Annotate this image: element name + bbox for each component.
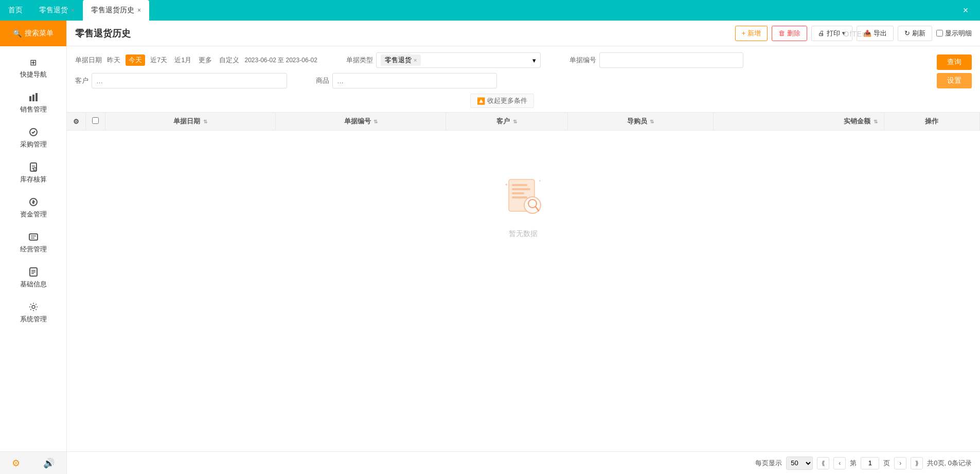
customer-label: 客户 [75, 76, 88, 85]
goods-input[interactable] [332, 73, 497, 88]
select-all-checkbox[interactable] [92, 117, 99, 124]
sidebar: 🔍 搜索菜单 ⊞ 快捷导航 销售管理 采购管理 [0, 21, 67, 474]
date-opt-custom[interactable]: 自定义 [217, 54, 241, 66]
svg-rect-7 [29, 234, 38, 240]
show-detail-checkbox-label[interactable]: 显示明细 [936, 29, 972, 38]
date-opt-more[interactable]: 更多 [197, 54, 214, 66]
doc-type-dropdown-icon: ▾ [532, 57, 536, 64]
first-page-button[interactable]: ⟪ [817, 457, 829, 469]
svg-point-9 [32, 305, 35, 308]
settings-button[interactable]: 设置 [937, 73, 972, 88]
svg-point-5 [33, 168, 37, 171]
export-icon: 📤 [863, 29, 871, 37]
refresh-button[interactable]: ↻ 刷新 [898, 26, 932, 41]
customer-input[interactable] [92, 73, 287, 88]
sidebar-item-sales-mgmt[interactable]: 销售管理 [0, 85, 66, 120]
col-doc-date[interactable]: 单据日期 ⇅ [105, 113, 276, 131]
tab-list: 首页 零售退货 × 零售退货历史 × [0, 0, 955, 21]
col-customer[interactable]: 客户 ⇅ [446, 113, 567, 131]
next-page-button[interactable]: › [894, 457, 906, 469]
collapse-row: 🔼 收起更多条件 [75, 94, 929, 108]
tab-retail-return-close[interactable]: × [71, 7, 75, 14]
filter-row-1: 单据日期 昨天 今天 近7天 近1月 更多 自定义 2023-06-02 至 2… [75, 52, 929, 68]
sales-icon [28, 92, 39, 103]
search-icon: 🔍 [13, 29, 22, 38]
volume-icon[interactable]: 🔊 [43, 458, 55, 469]
page-number-input[interactable] [861, 457, 879, 469]
date-opt-yesterday[interactable]: 昨天 [105, 54, 122, 66]
svg-rect-13 [512, 192, 524, 194]
table-footer: 每页显示 50 10 20 100 ⟪ ‹ 第 页 › ⟫ 共0页, 0条记录 [67, 451, 980, 474]
table-check-col[interactable] [86, 113, 105, 131]
date-opt-last7[interactable]: 近7天 [148, 54, 169, 66]
tab-retail-return[interactable]: 零售退货 × [31, 0, 83, 21]
sidebar-item-base-info[interactable]: 基础信息 [0, 260, 66, 295]
total-records-label: 共0页, 0条记录 [927, 459, 972, 468]
sidebar-item-quick-nav[interactable]: ⊞ 快捷导航 [0, 50, 66, 85]
show-detail-checkbox[interactable] [936, 30, 943, 37]
print-button[interactable]: 🖨 打印 ▾ [811, 26, 852, 41]
sort-amount-icon: ⇅ [874, 119, 878, 124]
quick-nav-icon: ⊞ [28, 57, 39, 68]
table-settings-col[interactable]: ⚙ [67, 113, 86, 131]
sidebar-item-inventory-label: 库存核算 [20, 175, 47, 184]
settings-bottom-icon[interactable]: ⚙ [12, 458, 20, 469]
filter-fields: 单据日期 昨天 今天 近7天 近1月 更多 自定义 2023-06-02 至 2… [75, 52, 929, 108]
filter-doc-id-item: 单据编号 [569, 52, 743, 68]
filter-goods-item: 商品 [316, 73, 497, 88]
doc-type-tag-remove[interactable]: × [414, 57, 417, 63]
delete-icon: 🗑 [778, 29, 785, 37]
prev-page-button[interactable]: ‹ [833, 457, 846, 469]
doc-type-label: 单据类型 [346, 56, 373, 65]
doc-type-tag: 零售退货 × [381, 54, 421, 66]
sidebar-nav: ⊞ 快捷导航 销售管理 采购管理 库存核算 [0, 46, 66, 451]
svg-rect-1 [32, 95, 34, 101]
filter-doc-type-item: 单据类型 零售退货 × ▾ [346, 52, 541, 68]
window-close-button[interactable]: × [959, 4, 972, 16]
svg-rect-2 [35, 93, 38, 101]
main-layout: 🔍 搜索菜单 ⊞ 快捷导航 销售管理 采购管理 [0, 21, 980, 474]
sidebar-item-finance-mgmt[interactable]: 资金管理 [0, 190, 66, 225]
collapse-button[interactable]: 🔼 收起更多条件 [470, 94, 534, 108]
sidebar-item-purchase-label: 采购管理 [20, 140, 47, 149]
empty-state: ✦ ✦ 暂无数据 [67, 131, 980, 280]
inventory-icon [28, 161, 39, 173]
search-menu-button[interactable]: 🔍 搜索菜单 [0, 21, 66, 46]
tab-retail-return-history[interactable]: 零售退货历史 × [83, 0, 149, 21]
col-guide[interactable]: 导购员 ⇅ [567, 113, 714, 131]
col-doc-id[interactable]: 单据编号 ⇅ [276, 113, 446, 131]
svg-rect-14 [512, 196, 527, 198]
doc-date-label: 单据日期 [75, 56, 102, 65]
tab-home-label: 首页 [8, 6, 23, 15]
print-dropdown-icon: ▾ [842, 29, 846, 37]
tab-home[interactable]: 首页 [0, 0, 31, 21]
filter-row-2: 客户 商品 [75, 73, 929, 88]
last-page-button[interactable]: ⟫ [911, 457, 923, 469]
date-opt-today[interactable]: 今天 [126, 54, 145, 66]
tab-retail-return-history-close[interactable]: × [137, 7, 141, 14]
sidebar-item-inventory[interactable]: 库存核算 [0, 155, 66, 190]
search-menu-label: 搜索菜单 [25, 29, 54, 38]
print-icon: 🖨 [818, 29, 825, 37]
page-label-suffix: 页 [883, 459, 890, 468]
doc-id-input[interactable] [599, 52, 743, 68]
page-size-select[interactable]: 50 10 20 100 [786, 457, 813, 470]
sidebar-item-operations-label: 经营管理 [20, 245, 47, 254]
collapse-icon: 🔼 [477, 97, 485, 105]
date-range-display: 2023-06-02 至 2023-06-02 [244, 56, 317, 65]
date-opt-last-month[interactable]: 近1月 [172, 54, 193, 66]
query-button[interactable]: 查询 [937, 54, 972, 70]
doc-id-label: 单据编号 [569, 56, 596, 65]
delete-button[interactable]: 🗑 删除 [772, 26, 807, 41]
sidebar-item-operations-mgmt[interactable]: 经营管理 [0, 225, 66, 260]
sort-doc-id-icon: ⇅ [373, 119, 378, 124]
add-button[interactable]: + 新增 [735, 26, 768, 41]
filter-customer-item: 客户 [75, 73, 287, 88]
col-actual-amount[interactable]: 实销金额 ⇅ [714, 113, 884, 131]
filter-area: 单据日期 昨天 今天 近7天 近1月 更多 自定义 2023-06-02 至 2… [67, 46, 980, 113]
sidebar-item-system-mgmt[interactable]: 系统管理 [0, 295, 66, 330]
doc-type-select[interactable]: 零售退货 × ▾ [376, 52, 541, 68]
sidebar-item-purchase-mgmt[interactable]: 采购管理 [0, 120, 66, 155]
export-button[interactable]: 📤 导出 [857, 26, 894, 41]
col-operation: 操作 [884, 113, 979, 131]
